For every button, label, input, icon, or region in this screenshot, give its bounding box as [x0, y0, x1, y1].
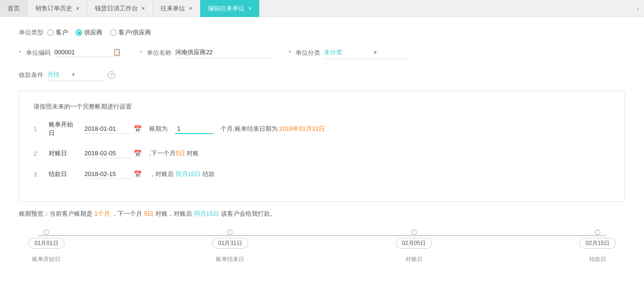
reconcile-date-row: 2 对账日 📅 ,下一个月5日 对账 [34, 149, 610, 158]
tl-date-2: 02月05日 [396, 238, 432, 249]
close-tab-cash-reconcile[interactable]: × [142, 5, 145, 12]
radio-group: 客户 供应商 客户/供应商 [47, 28, 151, 37]
unit-type-label: 单位类型 [19, 28, 43, 37]
payment-date-input[interactable] [85, 169, 132, 179]
start-date-cal-icon[interactable]: 📅 [134, 125, 142, 133]
radio-both[interactable]: 客户/供应商 [110, 28, 151, 37]
unit-info-row: * 单位编码 📋 * 单位名称 * 单位分类 未分类 ▼ [19, 46, 625, 59]
radio-circle-customer [47, 29, 54, 36]
tl-label-2: 对账日 [406, 255, 423, 263]
reconcile-date-wrap: 📅 [85, 149, 142, 158]
radio-customer[interactable]: 客户 [47, 28, 68, 37]
close-tab-sales-history[interactable]: × [76, 5, 79, 12]
radio-circle-supplier [76, 29, 82, 36]
preview-part5: 同月15日 [194, 210, 219, 217]
radio-supplier[interactable]: 供应商 [76, 28, 102, 37]
reconcile-date-cal-icon[interactable]: 📅 [134, 150, 142, 157]
payment-desc: ，对账后 同月15日 结款 [149, 170, 215, 178]
tl-date-3: 02月15日 [579, 238, 616, 249]
payment-condition-select[interactable]: 月结 ▼ [47, 68, 104, 81]
payment-day-highlight: 同月15日 [176, 170, 201, 177]
settings-section: 请按照未来的一个完整帐期进行设置 1 账单开始日 📅 账期为 个月,账单结束日期… [19, 91, 625, 202]
tl-date-1: 01月31日 [212, 238, 248, 249]
payment-condition-label: 收款条件 [19, 71, 43, 79]
month-input[interactable] [175, 124, 213, 134]
payment-date-cal-icon[interactable]: 📅 [134, 170, 142, 178]
payment-condition-group: 收款条件 月结 ▼ ? [19, 68, 115, 81]
account-start-row: 1 账单开始日 📅 账期为 个月,账单结束日期为 2018年01月31日 [34, 120, 610, 137]
timeline-point-3: 02月15日 结款日 [579, 229, 616, 263]
unit-code-group: * 单位编码 📋 [19, 48, 121, 57]
timeline-point-0: 01月01日 账单开始日 [28, 229, 65, 263]
row-num-3: 3 [34, 171, 41, 178]
payment-condition-value: 月结 [47, 70, 59, 79]
unit-category-required: * [288, 49, 291, 56]
unit-name-input[interactable] [175, 47, 270, 59]
tl-label-1: 账单结束日 [216, 255, 244, 263]
close-tab-partner-units[interactable]: × [189, 5, 192, 12]
timeline-point-1: 01月31日 账单结束日 [212, 229, 248, 263]
main-content: 单位类型 客户 供应商 客户/供应商 * 单位编码 [0, 17, 644, 287]
tl-dot-1 [227, 229, 233, 235]
unit-type-group: 单位类型 客户 供应商 客户/供应商 [19, 28, 151, 37]
row-num-1: 1 [34, 126, 41, 133]
start-date-desc-post: 个月,账单结束日期为 2018年01月31日 [220, 125, 325, 133]
preview-section: 账期预览：当前客户账期是 1个月 ，下一个月 5日 对账，对账后 同月15日 该… [19, 210, 625, 218]
tab-partner-units[interactable]: 往来单位 × [153, 0, 200, 17]
timeline-container: 01月01日 账单开始日 01月31日 账单结束日 02月05日 对账日 02月… [19, 229, 625, 263]
payment-date-wrap: 📅 [85, 169, 142, 179]
row-label-3: 结款日 [49, 170, 77, 178]
close-tab-edit-partner[interactable]: × [248, 5, 252, 12]
unit-category-group: * 单位分类 未分类 ▼ [288, 46, 409, 59]
unit-code-label: 单位编码 [26, 49, 51, 57]
unit-category-arrow: ▼ [373, 50, 378, 55]
row-label-2: 对账日 [49, 149, 77, 158]
tab-home[interactable]: 首页 [0, 0, 28, 17]
unit-category-value: 未分类 [324, 48, 342, 57]
tab-cash-reconcile[interactable]: 钱货日清工作台 × [87, 0, 153, 17]
tab-arrow[interactable]: › [632, 0, 644, 17]
radio-label-both: 客户/供应商 [119, 28, 151, 37]
payment-date-row: 3 结款日 📅 ，对账后 同月15日 结款 [34, 169, 610, 179]
start-date-wrap: 📅 [85, 124, 142, 134]
reconcile-desc: ,下一个月5日 对账 [149, 149, 199, 158]
tl-dot-2 [411, 229, 417, 235]
tl-dot-0 [43, 229, 49, 235]
tl-label-0: 账单开始日 [32, 255, 60, 263]
timeline-point-2: 02月05日 对账日 [396, 229, 432, 263]
unit-type-row: 单位类型 客户 供应商 客户/供应商 [19, 28, 625, 37]
timeline-points: 01月01日 账单开始日 01月31日 账单结束日 02月05日 对账日 02月… [28, 229, 616, 263]
radio-label-supplier: 供应商 [84, 28, 102, 37]
tl-label-3: 结款日 [589, 255, 606, 263]
unit-name-group: * 单位名称 [140, 47, 270, 59]
end-date-highlight: 2018年01月31日 [279, 125, 325, 132]
reconcile-day-highlight: 5日 [176, 150, 185, 157]
unit-name-required: * [140, 49, 142, 56]
preview-part4: 对账，对账后 [155, 210, 192, 217]
row-label-1: 账单开始日 [49, 120, 77, 137]
row-num-2: 2 [34, 150, 41, 157]
reconcile-date-input[interactable] [85, 149, 132, 158]
unit-code-input[interactable] [54, 49, 111, 56]
start-date-desc-pre: 账期为 [149, 125, 168, 133]
tl-dot-3 [595, 229, 601, 235]
unit-category-label: 单位分类 [296, 49, 320, 57]
start-date-input[interactable] [85, 124, 132, 134]
payment-condition-row: 收款条件 月结 ▼ ? [19, 68, 625, 81]
preview-part1: 1个月 [94, 210, 110, 217]
preview-part6: 该客户会给我打款。 [221, 210, 276, 217]
unit-category-select[interactable]: 未分类 ▼ [324, 46, 409, 59]
unit-name-label: 单位名称 [147, 49, 171, 57]
unit-code-icon[interactable]: 📋 [113, 48, 121, 56]
tl-date-0: 01月01日 [28, 238, 65, 249]
tab-sales-history[interactable]: 销售订单历史 × [28, 0, 87, 17]
tab-bar: 首页 销售订单历史 × 钱货日清工作台 × 往来单位 × 编辑往来单位 × › [0, 0, 644, 17]
tab-edit-partner[interactable]: 编辑往来单位 × [200, 0, 260, 17]
preview-part3: 5日 [144, 210, 153, 217]
preview-part2: ，下一个月 [111, 210, 142, 217]
section-title: 请按照未来的一个完整帐期进行设置 [34, 102, 610, 111]
radio-label-customer: 客户 [56, 28, 68, 37]
payment-condition-arrow: ▼ [71, 72, 76, 77]
unit-code-required: * [19, 49, 21, 56]
help-icon[interactable]: ? [108, 71, 115, 79]
